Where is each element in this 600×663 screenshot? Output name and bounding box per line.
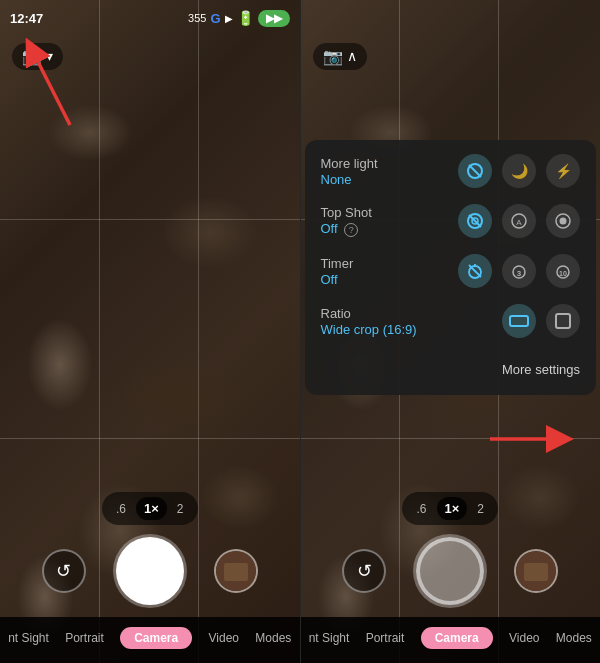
right-camera-mode-button[interactable]: 📷 ∧ [313, 43, 367, 70]
right-bottom-controls: .6 1× 2 ↺ nt Sight Portra [301, 492, 601, 663]
right-camera-small-icon: 📷 [323, 47, 343, 66]
ratio-square-icon[interactable] [546, 304, 580, 338]
camera-small-icon: 📷 [22, 47, 42, 66]
settings-label-ratio: Ratio Wide crop (16:9) [321, 306, 417, 337]
settings-icons-light: 🌙 ⚡ [458, 154, 580, 188]
svg-rect-25 [524, 563, 548, 581]
night-mode-icon[interactable]: 🌙 [502, 154, 536, 188]
status-bar: 12:47 355 G ▶ 🔋 ▶▶ [0, 0, 300, 36]
right-flip-icon: ↺ [357, 560, 372, 582]
zoom-high-left[interactable]: 2 [177, 502, 184, 516]
svg-line-7 [469, 215, 481, 227]
nav-video-right[interactable]: Video [509, 631, 539, 645]
zoom-pill-left[interactable]: .6 1× 2 [102, 492, 198, 525]
light-off-icon[interactable] [458, 154, 492, 188]
topshot-off-icon[interactable] [458, 204, 492, 238]
right-camera-expand-arrow: ∧ [347, 48, 357, 64]
left-bottom-controls: .6 1× 2 ↺ nt Sight Portra [0, 492, 300, 663]
zoom-mid-right[interactable]: 1× [437, 497, 468, 520]
right-panel: 📷 ∧ More light None 🌙 [301, 0, 601, 663]
zoom-pill-right[interactable]: .6 1× 2 [402, 492, 498, 525]
settings-panel: More light None 🌙 ⚡ [305, 140, 597, 395]
shutter-button-left[interactable] [116, 537, 184, 605]
bottom-nav-right: nt Sight Portrait Camera Video Modes [301, 617, 601, 663]
settings-label-light: More light None [321, 156, 378, 187]
settings-label-timer: Timer Off [321, 256, 354, 287]
nav-sight-right[interactable]: nt Sight [309, 631, 350, 645]
shutter-button-right[interactable] [416, 537, 484, 605]
gallery-button-left[interactable] [214, 549, 258, 593]
flash-icon[interactable]: ⚡ [546, 154, 580, 188]
svg-line-5 [469, 165, 481, 177]
settings-row-topshot: Top Shot Off ? A [321, 204, 581, 238]
camera-mode-button[interactable]: 📷 ▾ [12, 43, 63, 70]
status-icons: 355 G ▶ 🔋 ▶▶ [188, 10, 289, 27]
battery-badge: ▶▶ [258, 10, 290, 27]
camera-dropdown-arrow: ▾ [46, 48, 53, 64]
help-icon-topshot[interactable]: ? [344, 223, 358, 237]
google-icon: G [210, 11, 220, 26]
svg-text:A: A [516, 218, 522, 227]
shutter-row-right: ↺ [301, 537, 601, 605]
svg-rect-20 [510, 316, 528, 326]
nav-modes-right[interactable]: Modes [556, 631, 592, 645]
settings-icons-timer: 3 10 [458, 254, 580, 288]
shutter-row-left: ↺ [0, 537, 300, 605]
nav-camera-left[interactable]: Camera [120, 627, 192, 649]
status-time: 12:47 [10, 11, 43, 26]
signal-icon: 355 [188, 12, 206, 24]
settings-row-light: More light None 🌙 ⚡ [321, 154, 581, 188]
left-panel: 12:47 355 G ▶ 🔋 ▶▶ 📷 ▾ [0, 0, 300, 663]
zoom-controls-right: .6 1× 2 [301, 492, 601, 525]
settings-icons-topshot: A [458, 204, 580, 238]
settings-row-timer: Timer Off 3 [321, 254, 581, 288]
ratio-wide-icon[interactable] [502, 304, 536, 338]
right-flip-camera-button[interactable]: ↺ [342, 549, 386, 593]
topshot-auto-icon[interactable]: A [502, 204, 536, 238]
camera-top-controls: 📷 ▾ [0, 36, 300, 76]
flip-camera-button[interactable]: ↺ [42, 549, 86, 593]
svg-point-12 [560, 218, 567, 225]
timer-10s-icon[interactable]: 10 [546, 254, 580, 288]
zoom-low-right[interactable]: .6 [416, 502, 426, 516]
nav-portrait-right[interactable]: Portrait [366, 631, 405, 645]
svg-rect-21 [556, 314, 570, 328]
zoom-mid-left[interactable]: 1× [136, 497, 167, 520]
gallery-button-right[interactable] [514, 549, 558, 593]
settings-row-ratio: Ratio Wide crop (16:9) [321, 304, 581, 338]
timer-3s-icon[interactable]: 3 [502, 254, 536, 288]
rec-icon: ▶ [225, 13, 233, 24]
nav-portrait-left[interactable]: Portrait [65, 631, 104, 645]
more-settings-button[interactable]: More settings [321, 354, 581, 381]
nav-video-left[interactable]: Video [209, 631, 239, 645]
flip-icon: ↺ [56, 560, 71, 582]
zoom-high-right[interactable]: 2 [477, 502, 484, 516]
nav-camera-right[interactable]: Camera [421, 627, 493, 649]
timer-off-icon[interactable] [458, 254, 492, 288]
svg-text:3: 3 [517, 269, 522, 278]
zoom-low-left[interactable]: .6 [116, 502, 126, 516]
settings-icons-ratio [502, 304, 580, 338]
svg-rect-3 [224, 563, 248, 581]
right-camera-top-controls: 📷 ∧ [301, 36, 601, 76]
nav-sight-left[interactable]: nt Sight [8, 631, 49, 645]
bottom-nav-left: nt Sight Portrait Camera Video Modes [0, 617, 300, 663]
battery-icon: 🔋 [237, 10, 254, 26]
svg-text:10: 10 [559, 270, 567, 277]
settings-label-topshot: Top Shot Off ? [321, 205, 372, 237]
topshot-on-icon[interactable] [546, 204, 580, 238]
nav-modes-left[interactable]: Modes [255, 631, 291, 645]
zoom-controls-left: .6 1× 2 [0, 492, 300, 525]
